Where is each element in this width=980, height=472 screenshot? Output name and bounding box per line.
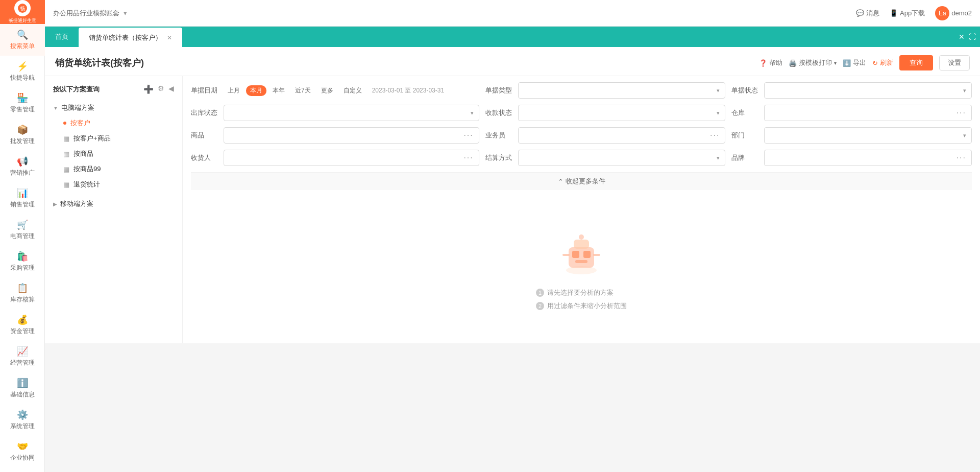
field-salesperson: 业务员 ···: [485, 127, 726, 144]
maximize-window-icon[interactable]: ⛶: [969, 33, 976, 41]
inventory-label: 库存核算: [10, 295, 35, 304]
ecommerce-label: 电商管理: [10, 232, 35, 241]
sidebar-logo[interactable]: 畅 畅捷通好生意: [0, 0, 45, 24]
date-tab-more[interactable]: 更多: [317, 85, 337, 96]
filter-row-1: 单据日期 上月 本月 本年 近7天 更多 自定义: [191, 82, 972, 99]
sidebar-item-system[interactable]: ⚙️ 系统管理: [0, 404, 45, 436]
date-tab-this-year[interactable]: 本年: [268, 85, 289, 96]
refresh-label: 刷新: [880, 58, 893, 67]
svg-rect-5: [583, 251, 591, 258]
tip-1: 1 请先选择要分析的方案: [536, 286, 627, 299]
empty-tips: 1 请先选择要分析的方案 2 用过滤条件来缩小分析范围: [536, 286, 627, 313]
sidebar-item-ecommerce[interactable]: 🛒 电商管理: [0, 214, 45, 246]
date-tab-last-month[interactable]: 上月: [224, 85, 244, 96]
receiver-dots: ···: [463, 153, 473, 162]
settings-button[interactable]: 设置: [939, 55, 970, 70]
date-tab-custom[interactable]: 自定义: [339, 85, 366, 96]
sidebar-item-operations[interactable]: 📈 经营管理: [0, 341, 45, 372]
doc-type-input[interactable]: ▾: [518, 82, 726, 99]
goods-label: 商品: [191, 131, 219, 140]
page-title: 销货单统计表(按客户): [55, 57, 144, 69]
sales-stats-tab-label: 销货单统计表（按客户）: [89, 33, 162, 42]
user-profile[interactable]: Ea demo2: [935, 6, 972, 20]
page-actions: ❓ 帮助 🖨️ 按模板打印 ▾ ⬇️ 导出 ↻ 刷新: [759, 55, 970, 70]
salesperson-input[interactable]: ···: [518, 127, 726, 144]
chart-icon-4: ▦: [63, 181, 69, 188]
sidebar-item-search[interactable]: 🔍 搜索菜单: [0, 24, 45, 56]
empty-state: 1 请先选择要分析的方案 2 用过滤条件来缩小分析范围: [183, 196, 980, 343]
doc-status-input[interactable]: ▾: [764, 82, 972, 99]
tip-number-2: 2: [536, 302, 544, 310]
refresh-button[interactable]: ↻ 刷新: [872, 58, 893, 67]
out-status-input[interactable]: ▾: [224, 105, 479, 121]
print-dropdown-icon: ▾: [834, 60, 837, 66]
add-scheme-icon[interactable]: ➕: [143, 84, 154, 94]
collapse-sidebar-icon[interactable]: ◀: [168, 84, 174, 94]
tree-item-by-customer-goods[interactable]: ▦ 按客户+商品: [45, 131, 182, 146]
brand-input[interactable]: ···: [764, 150, 972, 166]
collapse-button[interactable]: ⌃ 收起更多条件: [191, 172, 972, 190]
sidebar-item-finance[interactable]: 💰 资金管理: [0, 309, 45, 341]
warehouse-input[interactable]: ···: [764, 105, 972, 121]
sidebar-item-purchase[interactable]: 🛍️ 采购管理: [0, 246, 45, 277]
sidebar-item-basic[interactable]: ℹ️ 基础信息: [0, 372, 45, 404]
tree-collapse-icon: ▶: [53, 201, 57, 207]
date-tab-this-month[interactable]: 本月: [246, 85, 266, 96]
industry-dropdown-icon[interactable]: ▾: [124, 9, 127, 17]
avatar: Ea: [935, 6, 949, 20]
svg-rect-7: [574, 240, 589, 249]
sidebar-item-sales[interactable]: 📊 销售管理: [0, 182, 45, 214]
export-button[interactable]: ⬇️ 导出: [843, 58, 866, 67]
system-icon: ⚙️: [17, 409, 28, 420]
empty-robot-svg: [556, 227, 607, 278]
settlement-arrow: ▾: [717, 155, 720, 161]
sidebar-item-marketing[interactable]: 📢 营销推广: [0, 151, 45, 182]
tree-item-by-goods99[interactable]: ▦ 按商品99: [45, 161, 182, 177]
template-print-button[interactable]: 🖨️ 按模板打印 ▾: [789, 58, 837, 67]
goods-input[interactable]: ···: [224, 127, 479, 144]
receipt-status-input[interactable]: ▾: [518, 105, 726, 121]
department-input[interactable]: ▾: [764, 127, 972, 144]
filter-sidebar-title: 按以下方案查询: [53, 85, 100, 94]
svg-point-8: [579, 234, 584, 240]
tab-sales-stats[interactable]: 销货单统计表（按客户） ✕: [79, 28, 182, 48]
edit-scheme-icon[interactable]: ⚙: [158, 84, 164, 94]
help-button[interactable]: ❓ 帮助: [759, 58, 782, 67]
query-button[interactable]: 查询: [899, 55, 933, 70]
warehouse-dots: ···: [957, 108, 966, 117]
sidebar-item-quicknav[interactable]: ⚡ 快捷导航: [0, 56, 45, 87]
doc-type-arrow: ▾: [717, 87, 720, 94]
brand-label: 品牌: [731, 153, 760, 162]
app-download-button[interactable]: 📱 App下载: [890, 9, 925, 18]
close-tab-icon[interactable]: ✕: [167, 34, 172, 41]
topbar-right: 💬 消息 📱 App下载 Ea demo2: [856, 6, 972, 20]
receiver-input[interactable]: ···: [224, 150, 479, 166]
chart-icon-3: ▦: [63, 166, 69, 173]
sidebar-item-wholesale[interactable]: 📦 批发管理: [0, 119, 45, 151]
tree-item-by-customer[interactable]: 按客户: [45, 115, 182, 131]
close-window-icon[interactable]: ✕: [959, 33, 965, 41]
field-goods: 商品 ···: [191, 127, 479, 144]
message-button[interactable]: 💬 消息: [856, 9, 879, 18]
search-icon: 🔍: [17, 29, 28, 40]
salesperson-label: 业务员: [485, 131, 514, 140]
sidebar-item-inventory[interactable]: 📋 库存核算: [0, 277, 45, 309]
tree-parent-desktop[interactable]: ▼ 电脑端方案: [45, 100, 182, 115]
out-status-label: 出库状态: [191, 108, 219, 117]
sidebar-item-newbie[interactable]: 🎯 新手引导: [0, 467, 45, 472]
date-tabs: 上月 本月 本年 近7天 更多 自定义: [224, 85, 366, 96]
sidebar-item-enterprise[interactable]: 🤝 企业协同: [0, 436, 45, 467]
tree-item-by-goods[interactable]: ▦ 按商品: [45, 146, 182, 161]
tree-mobile-label: 移动端方案: [60, 199, 93, 208]
tab-home[interactable]: 首页: [45, 27, 79, 47]
inventory-icon: 📋: [17, 282, 28, 294]
export-icon: ⬇️: [843, 59, 851, 67]
settlement-input[interactable]: ▾: [518, 150, 726, 166]
tree-parent-mobile[interactable]: ▶ 移动端方案: [45, 196, 182, 211]
tree-item-return-stats[interactable]: ▦ 退货统计: [45, 177, 182, 192]
date-tab-7days[interactable]: 近7天: [291, 85, 315, 96]
active-scheme-dot: [63, 122, 66, 125]
sidebar-item-retail[interactable]: 🏪 零售管理: [0, 87, 45, 119]
tree-section-mobile: ▶ 移动端方案: [45, 194, 182, 214]
tree-section-desktop: ▼ 电脑端方案 按客户 ▦ 按客户+商品 ▦: [45, 98, 182, 194]
